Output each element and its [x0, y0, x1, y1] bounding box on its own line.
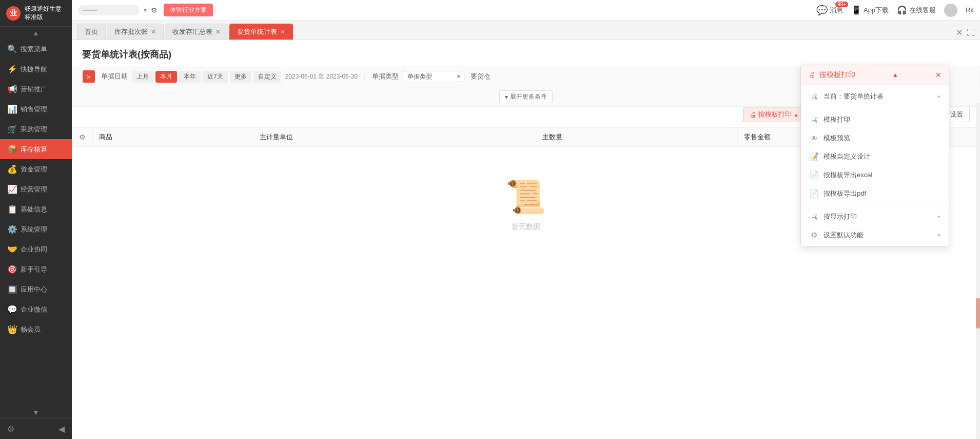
maximize-window-button[interactable]: ⛶ [967, 28, 975, 37]
date-custom-btn[interactable]: 自定义 [253, 71, 281, 83]
set-default-arrow: ▾ [937, 232, 940, 239]
tab-label-collect: 收发存汇总表 [172, 27, 212, 36]
app-download-label: App下载 [864, 6, 889, 15]
settings-icon[interactable]: ⚙ [7, 424, 14, 434]
date-prev-month-btn[interactable]: 上月 [132, 71, 153, 83]
nav-label-purchase: 采购管理 [21, 125, 47, 134]
app-logo-icon: 业 [6, 6, 21, 21]
sidebar-item-system[interactable]: ⚙️ 系统管理 [0, 219, 72, 239]
tab-close-batch[interactable]: ✕ [151, 28, 156, 35]
th-gear[interactable]: ⚙ [72, 128, 93, 147]
page-title: 要货单统计表(按商品) [82, 48, 171, 61]
sidebar-item-corp[interactable]: 🤝 企业协同 [0, 239, 72, 259]
template-print-button[interactable]: 🖨 按模板打印 ▲ [743, 107, 806, 122]
nav-icon-wechat: 💬 [7, 304, 16, 314]
sidebar-item-inventory[interactable]: 📦 库存核算 [0, 139, 72, 159]
dropdown-current-label: 当前：要货单统计表 [824, 92, 884, 101]
expand-conditions-button[interactable]: ▾ 展开更多条件 [499, 90, 553, 103]
column-settings-icon[interactable]: ⚙ [79, 133, 86, 141]
topbar-search-box: ━━━━ [78, 5, 140, 15]
sidebar-item-marketing[interactable]: 📢 营销推广 [0, 79, 72, 99]
expand-icon: ▾ [505, 93, 508, 101]
tab-batch[interactable]: 库存批次账✕ [107, 24, 164, 40]
sidebar-item-shortcut[interactable]: ⚡ 快捷导航 [0, 59, 72, 79]
export-pdf-icon: 📄 [809, 189, 818, 198]
dropdown-template-preview-item[interactable]: 👁 模板预览 [801, 129, 949, 147]
dropdown-items-section: 🖨 模板打印 👁 模板预览 📝 模板自定义设计 📄 按模板导出excel 📄 [801, 108, 949, 205]
sidebar-item-sales[interactable]: 📊 销售管理 [0, 99, 72, 119]
nav-label-search: 搜索菜单 [21, 45, 47, 54]
display-print-icon: 🖨 [809, 213, 818, 221]
dropdown-template-design-item[interactable]: 📝 模板自定义设计 [801, 147, 949, 166]
close-window-button[interactable]: ✕ [956, 28, 963, 37]
date-last7-btn[interactable]: 近7天 [203, 71, 228, 83]
dropdown-display-print-item[interactable]: 🖨 按显示打印 ▾ [801, 207, 949, 226]
template-print-label: 按模板打印 [758, 110, 792, 119]
set-default-icon: ⚙ [809, 231, 818, 240]
sidebar-scroll-down[interactable]: ▼ [0, 406, 72, 418]
user-avatar[interactable] [944, 4, 957, 17]
template-print-dropdown: 🖨 按模板打印 ▲ ✕ 🖨 当前：要货单统计表 ▾ 🖨 模板打印 [800, 65, 949, 247]
date-this-year-btn[interactable]: 本年 [179, 71, 201, 83]
dropdown-current-section: 🖨 当前：要货单统计表 ▾ [801, 85, 949, 108]
dropdown-title: 按模板打印 [819, 70, 855, 80]
nav-label-marketing: 营销推广 [21, 85, 47, 94]
dropdown-template-print-item[interactable]: 🖨 模板打印 [801, 110, 949, 129]
set-default-label: 设置默认功能 [824, 231, 864, 240]
filter-divider: | [364, 73, 365, 81]
nav-icon-member: 👑 [7, 325, 16, 334]
messages-button[interactable]: 💬 消息 99+ [816, 5, 843, 16]
sidebar-item-wechat[interactable]: 💬 企业微信 [0, 299, 72, 319]
dropdown-print-icon: 🖨 [808, 71, 815, 79]
sidebar-item-finance[interactable]: 💰 资金管理 [0, 159, 72, 179]
order-type-select[interactable]: 单据类型 [403, 71, 464, 82]
date-filter-label: 单据日期 [101, 72, 128, 81]
tab-collect[interactable]: 收发存汇总表✕ [165, 24, 228, 40]
nav-label-operation: 经营管理 [21, 185, 47, 194]
sidebar-item-purchase[interactable]: 🛒 采购管理 [0, 119, 72, 139]
sidebar: 业 畅康通好生意 标准版 ▲ 🔍 搜索菜单⚡ 快捷导航📢 营销推广📊 销售管理🛒… [0, 0, 72, 439]
tab-close-order[interactable]: ✕ [280, 28, 285, 35]
export-excel-icon: 📄 [809, 170, 818, 180]
nav-icon-shortcut: ⚡ [7, 64, 16, 74]
sidebar-item-member[interactable]: 👑 畅会员 [0, 319, 72, 339]
sidebar-item-search[interactable]: 🔍 搜索菜单 [0, 39, 72, 59]
date-more-btn[interactable]: 更多 [230, 71, 251, 83]
dropdown-close-button[interactable]: ✕ [935, 71, 942, 79]
tab-order[interactable]: 要货单统计表✕ [229, 24, 293, 40]
date-this-month-btn[interactable]: 本月 [155, 71, 177, 83]
dropdown-export-pdf-item[interactable]: 📄 按模板导出pdf [801, 184, 949, 203]
template-print-icon: 🖨 [809, 116, 818, 124]
dropdown-current-item[interactable]: 🖨 当前：要货单统计表 ▾ [801, 87, 949, 106]
app-name: 畅康通好生意 [25, 5, 62, 13]
main-area: ━━━━ ▾ ⚙ 体验行业方案 💬 消息 99+ 📱 App下载 🎧 在线客服 … [72, 0, 980, 439]
template-print-chevron-up: ▲ [794, 112, 799, 118]
app-version: 标准版 [25, 13, 62, 22]
settings-label: 设置 [950, 110, 963, 119]
dropdown-set-default-item[interactable]: ⚙ 设置默认功能 ▾ [801, 226, 949, 244]
tab-close-collect[interactable]: ✕ [215, 28, 221, 35]
page-header: 要货单统计表(按商品) [72, 40, 980, 66]
sidebar-scroll-up[interactable]: ▲ [0, 27, 72, 39]
filter-expand-icon[interactable]: » [83, 70, 95, 83]
online-service-button[interactable]: 🎧 在线客服 [897, 5, 936, 15]
dropdown-export-excel-item[interactable]: 📄 按模板导出excel [801, 166, 949, 184]
topbar-gear-icon[interactable]: ⚙ [151, 6, 158, 14]
app-download-button[interactable]: 📱 App下载 [851, 5, 889, 15]
right-scrollbar[interactable] [976, 103, 980, 439]
sidebar-item-apps[interactable]: 🔲 应用中心 [0, 279, 72, 299]
nav-icon-search: 🔍 [7, 44, 16, 54]
collapse-icon[interactable]: ◀ [58, 424, 65, 434]
scrollbar-thumb[interactable] [976, 298, 980, 329]
th-qty: 主数量 [536, 128, 737, 147]
topbar-dropdown-chevron[interactable]: ▾ [144, 7, 147, 14]
tab-home[interactable]: 首页 [77, 24, 106, 40]
sidebar-item-guide[interactable]: 🎯 新手引导 [0, 259, 72, 279]
nav-label-inventory: 库存核算 [21, 145, 47, 154]
dropdown-chevron-up[interactable]: ▲ [892, 71, 898, 79]
sidebar-item-operation[interactable]: 📈 经营管理 [0, 179, 72, 199]
date-range-label: 2023-06-01 至 2023-06-30 [285, 72, 358, 81]
industry-solution-button[interactable]: 体验行业方案 [164, 4, 213, 16]
sidebar-item-base[interactable]: 📋 基础信息 [0, 199, 72, 219]
topbar: ━━━━ ▾ ⚙ 体验行业方案 💬 消息 99+ 📱 App下载 🎧 在线客服 … [72, 0, 980, 21]
